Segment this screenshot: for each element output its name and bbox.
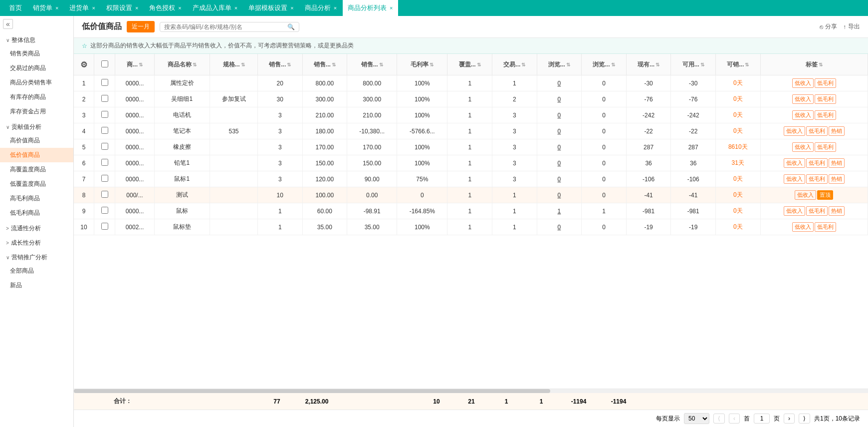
sort-icon-tags[interactable]: ⇅ (819, 62, 823, 67)
row-checkbox[interactable] (101, 79, 108, 86)
sidebar-item-低覆盖度商品[interactable]: 低覆盖度商品 (0, 177, 73, 191)
search-icon[interactable]: 🔍 (287, 23, 295, 30)
row-checkbox[interactable] (101, 159, 108, 166)
close-icon[interactable]: × (92, 5, 95, 11)
close-icon[interactable]: × (290, 5, 293, 11)
share-button[interactable]: ⎋ 分享 (820, 22, 837, 31)
nav-item-首页[interactable]: 首页 (4, 0, 27, 16)
th-coverage[interactable]: 覆盖...⇅ (447, 54, 492, 75)
nav-item-销货单[interactable]: 销货单× (28, 0, 63, 16)
gear-icon[interactable]: ⚙ (77, 57, 91, 71)
th-spec[interactable]: 规格...⇅ (210, 54, 258, 75)
sidebar-item-高价值商品[interactable]: 高价值商品 (0, 133, 73, 148)
last-page-button[interactable]: ⟩ (799, 414, 810, 424)
th-sale_amount[interactable]: 销售...⇅ (347, 54, 397, 75)
sidebar-item-全部商品[interactable]: 全部商品 (0, 264, 73, 278)
close-icon[interactable]: × (390, 5, 393, 11)
row-checkbox[interactable] (101, 127, 108, 134)
sidebar-item-商品分类销售率[interactable]: 商品分类销售率 (0, 75, 73, 90)
sort-icon-current_stock[interactable]: ⇅ (655, 62, 659, 67)
browse1-link[interactable]: 1 (558, 208, 561, 215)
nav-item-单据模板设置[interactable]: 单据模板设置× (243, 0, 298, 16)
th-sale_price[interactable]: 销售...⇅ (302, 54, 347, 75)
prev-page-button[interactable]: ‹ (729, 414, 740, 424)
scroll-bar[interactable] (74, 389, 868, 393)
filter-button[interactable]: 近一月 (127, 21, 155, 32)
th-browse1[interactable]: 浏览...⇅ (537, 54, 582, 75)
browse1-link[interactable]: 0 (558, 176, 561, 183)
th-code[interactable]: 商...⇅ (115, 54, 154, 75)
first-page-button[interactable]: ⟨ (713, 414, 725, 424)
sort-icon-spec[interactable]: ⇅ (241, 62, 245, 67)
sort-icon-browse2[interactable]: ⇅ (611, 62, 615, 67)
close-icon[interactable]: × (135, 5, 138, 11)
sort-icon-margin[interactable]: ⇅ (430, 62, 434, 67)
sidebar-item-交易过的商品[interactable]: 交易过的商品 (0, 61, 73, 75)
row-browse1[interactable]: 0 (537, 91, 582, 107)
sort-icon-available[interactable]: ⇅ (700, 62, 704, 67)
sidebar-item-销售类商品[interactable]: 销售类商品 (0, 46, 73, 61)
close-icon[interactable]: × (178, 5, 181, 11)
sort-icon-coverage[interactable]: ⇅ (477, 62, 481, 67)
th-name[interactable]: 商品名称⇅ (154, 54, 210, 75)
browse1-link[interactable]: 0 (558, 192, 561, 199)
th-browse2[interactable]: 浏览...⇅ (582, 54, 627, 75)
row-checkbox[interactable] (101, 175, 108, 182)
sidebar-group-贡献值分析[interactable]: ∨贡献值分析 (0, 119, 73, 133)
sidebar-group-成长性分析[interactable]: >成长性分析 (0, 235, 73, 249)
sidebar-group-营销推广分析[interactable]: ∨营销推广分析 (0, 249, 73, 264)
next-page-button[interactable]: › (784, 414, 795, 424)
nav-item-产成品入库单[interactable]: 产成品入库单× (188, 0, 242, 16)
th-margin[interactable]: 毛利率⇅ (397, 54, 447, 75)
close-icon[interactable]: × (234, 5, 237, 11)
sidebar-item-低毛利商品[interactable]: 低毛利商品 (0, 206, 73, 220)
sort-icon-sale_qty[interactable]: ⇅ (287, 62, 291, 67)
sidebar-item-新品[interactable]: 新品 (0, 278, 73, 293)
sort-icon-code[interactable]: ⇅ (139, 62, 143, 67)
row-browse1[interactable]: 0 (537, 171, 582, 187)
row-browse1[interactable]: 0 (537, 123, 582, 139)
close-icon[interactable]: × (334, 5, 337, 11)
th-available[interactable]: 可用...⇅ (671, 54, 716, 75)
row-checkbox[interactable] (101, 143, 108, 150)
th-current_stock[interactable]: 现有...⇅ (626, 54, 671, 75)
export-button[interactable]: ↑ 导出 (843, 22, 860, 31)
nav-item-进货单[interactable]: 进货单× (64, 0, 100, 16)
nav-item-商品分析列表[interactable]: 商品分析列表× (343, 0, 398, 16)
sort-icon-sellable[interactable]: ⇅ (745, 62, 749, 67)
browse1-link[interactable]: 0 (558, 112, 561, 119)
th-sellable[interactable]: 可销...⇅ (715, 54, 760, 75)
th-tags[interactable]: 标签⇅ (760, 54, 868, 75)
row-checkbox[interactable] (101, 207, 108, 214)
nav-item-权限设置[interactable]: 权限设置× (101, 0, 143, 16)
row-checkbox[interactable] (101, 191, 108, 198)
browse1-link[interactable]: 0 (558, 80, 561, 87)
sort-icon-sale_amount[interactable]: ⇅ (379, 62, 383, 67)
close-icon[interactable]: × (55, 5, 58, 11)
sidebar-item-有库存的商品[interactable]: 有库存的商品 (0, 90, 73, 104)
nav-item-商品分析[interactable]: 商品分析× (300, 0, 342, 16)
sidebar-group-流通性分析[interactable]: >流通性分析 (0, 220, 73, 235)
row-browse1[interactable]: 1 (537, 203, 582, 219)
row-browse1[interactable]: 0 (537, 155, 582, 171)
browse1-link[interactable]: 0 (558, 144, 561, 151)
row-checkbox[interactable] (101, 111, 108, 118)
row-browse1[interactable]: 0 (537, 139, 582, 155)
sort-icon-trade[interactable]: ⇅ (521, 62, 525, 67)
sidebar-group-整体信息[interactable]: ∨整体信息 (0, 32, 73, 46)
sidebar-item-高毛利商品[interactable]: 高毛利商品 (0, 191, 73, 206)
sidebar-item-低价值商品[interactable]: 低价值商品 (0, 148, 73, 162)
page-number-input[interactable] (754, 414, 770, 424)
search-input[interactable] (164, 23, 285, 30)
sort-icon-sale_price[interactable]: ⇅ (332, 62, 336, 67)
th-trade[interactable]: 交易...⇅ (492, 54, 537, 75)
collapse-sidebar-button[interactable]: « (3, 19, 13, 29)
row-browse1[interactable]: 0 (537, 187, 582, 203)
browse1-link[interactable]: 0 (558, 128, 561, 135)
browse1-link[interactable]: 0 (558, 160, 561, 167)
row-browse1[interactable]: 0 (537, 219, 582, 235)
sidebar-item-库存资金占用[interactable]: 库存资金占用 (0, 104, 73, 119)
nav-item-角色授权[interactable]: 角色授权× (144, 0, 186, 16)
row-browse1[interactable]: 0 (537, 75, 582, 91)
row-checkbox[interactable] (101, 95, 108, 102)
